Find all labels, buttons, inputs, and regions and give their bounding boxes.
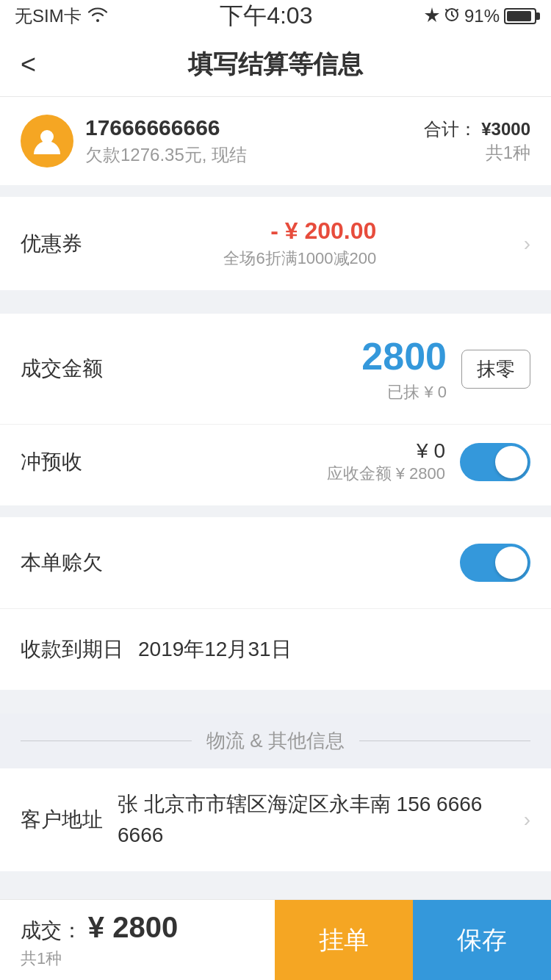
section-line-right: [359, 741, 530, 741]
coupon-row[interactable]: 优惠券 - ¥ 200.00 全场6折满1000减200 ›: [0, 197, 551, 290]
status-bar: 无SIM卡 下午4:03 91%: [0, 0, 551, 32]
precollect-label: 冲预收: [21, 448, 82, 476]
battery-icon: [504, 8, 536, 24]
carrier-text: 无SIM卡: [15, 4, 82, 28]
pending-button[interactable]: 挂单: [275, 900, 413, 981]
amount-values: 2800 已抹 ¥ 0: [361, 334, 447, 403]
battery-percent: 91%: [464, 6, 500, 26]
precollect-amount: ¥ 0: [327, 439, 445, 463]
due-date-label: 收款到期日: [21, 635, 123, 663]
precollect-row: 冲预收 ¥ 0 应收金额 ¥ 2800: [0, 424, 551, 505]
amount-right: 2800 已抹 ¥ 0 抹零: [361, 334, 530, 403]
summary-count: 共1种: [21, 948, 254, 970]
coupon-card: 优惠券 - ¥ 200.00 全场6折满1000减200 ›: [0, 197, 551, 290]
bottom-bar: 成交： ¥ 2800 共1种 挂单 保存: [0, 899, 551, 980]
address-card: 客户地址 张 北京市市辖区海淀区永丰南 156 6666 6666 ›: [0, 768, 551, 871]
nav-bar: < 填写结算等信息: [0, 32, 551, 97]
summary-label: 成交：: [21, 919, 82, 942]
total-count: 共1种: [424, 141, 530, 165]
user-phone: 17666666666: [85, 115, 247, 140]
total-amount: ¥3000: [481, 119, 530, 139]
due-date-row: 收款到期日 2019年12月31日: [0, 608, 551, 690]
avatar: [21, 115, 73, 167]
page-title: 填写结算等信息: [188, 48, 363, 82]
credit-row: 本单赊欠: [0, 517, 551, 608]
coupon-amount: - ¥ 200.00: [270, 217, 376, 245]
amount-section: 成交金额 2800 已抹 ¥ 0 抹零 冲预收 ¥ 0 应收金额 ¥ 2800: [0, 314, 551, 505]
amount-label: 成交金额: [21, 355, 103, 383]
alarm-icon: [444, 6, 460, 26]
user-info: 17666666666 欠款1276.35元, 现结: [85, 115, 247, 167]
amount-row: 成交金额 2800 已抹 ¥ 0 抹零: [0, 314, 551, 424]
content: 17666666666 欠款1276.35元, 现结 合计： ¥3000 共1种…: [0, 97, 551, 980]
credit-toggle[interactable]: [460, 544, 530, 582]
amount-number: 2800: [361, 334, 447, 378]
save-button[interactable]: 保存: [413, 900, 551, 981]
separator-1: [0, 302, 551, 314]
separator-2: [0, 505, 551, 517]
user-info-row: 17666666666 欠款1276.35元, 现结 合计： ¥3000 共1种: [0, 97, 551, 185]
status-left: 无SIM卡: [15, 4, 108, 28]
coupon-chevron-icon: ›: [524, 232, 530, 256]
section-header: 物流 & 其他信息: [0, 713, 551, 768]
summary-main: 成交： ¥ 2800: [21, 911, 254, 945]
summary-amount: ¥ 2800: [88, 911, 178, 943]
bottom-summary: 成交： ¥ 2800 共1种: [0, 911, 275, 970]
due-date-value: 2019年12月31日: [138, 635, 292, 663]
address-value: 张 北京市市辖区海淀区永丰南 156 6666 6666: [118, 789, 518, 851]
address-label: 客户地址: [21, 806, 103, 834]
status-right: 91%: [425, 6, 536, 26]
precollect-toggle[interactable]: [460, 443, 530, 481]
status-time: 下午4:03: [220, 0, 312, 32]
back-button[interactable]: <: [21, 49, 36, 80]
user-sub-text: 欠款1276.35元, 现结: [85, 143, 247, 167]
address-row[interactable]: 客户地址 张 北京市市辖区海淀区永丰南 156 6666 6666 ›: [0, 768, 551, 871]
round-button[interactable]: 抹零: [461, 350, 530, 389]
section-line-left: [21, 741, 192, 741]
coupon-label: 优惠券: [21, 230, 82, 258]
coupon-sub: 全场6折满1000减200: [223, 248, 376, 270]
credit-label: 本单赊欠: [21, 549, 103, 577]
user-left: 17666666666 欠款1276.35元, 现结: [21, 115, 247, 167]
section-header-text: 物流 & 其他信息: [206, 728, 345, 754]
user-right: 合计： ¥3000 共1种: [424, 118, 530, 165]
wifi-icon: [87, 6, 108, 26]
precollect-sub: 应收金额 ¥ 2800: [327, 463, 445, 485]
amount-sub: 已抹 ¥ 0: [361, 381, 447, 403]
credit-card: 本单赊欠 收款到期日 2019年12月31日: [0, 517, 551, 690]
location-icon: [425, 6, 439, 26]
coupon-right: - ¥ 200.00 全场6折满1000减200: [223, 217, 376, 270]
total-label: 合计： ¥3000: [424, 118, 530, 141]
address-chevron-icon: ›: [524, 808, 530, 832]
precollect-values: ¥ 0 应收金额 ¥ 2800: [327, 439, 445, 485]
separator-3: [0, 702, 551, 713]
precollect-right: ¥ 0 应收金额 ¥ 2800: [327, 439, 530, 485]
